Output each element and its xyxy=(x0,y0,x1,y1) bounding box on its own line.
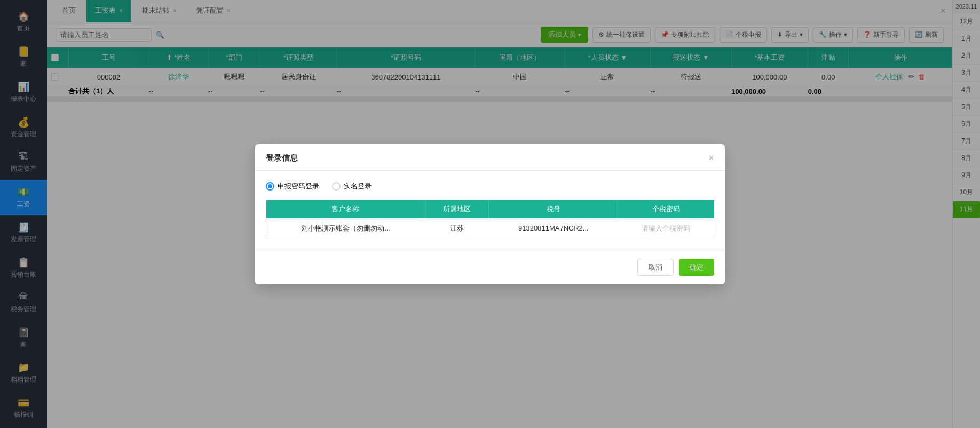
dialog-title: 登录信息 xyxy=(266,153,298,163)
inner-col-tax-id: 税号 xyxy=(489,200,618,218)
dialog-overlay: 登录信息 × 申报密码登录 实名登录 客户名称 所属地区 xyxy=(0,0,980,428)
dialog-body: 申报密码登录 实名登录 客户名称 所属地区 税号 个税密码 xyxy=(255,171,725,250)
login-info-dialog: 登录信息 × 申报密码登录 实名登录 客户名称 所属地区 xyxy=(255,144,725,284)
cell-tax-id: 91320811MA7NGR2... xyxy=(489,218,618,239)
login-info-table: 客户名称 所属地区 税号 个税密码 刘小艳演示账套（勿删勿动... 江苏 913… xyxy=(266,200,714,239)
login-type-radio-group: 申报密码登录 实名登录 xyxy=(266,181,714,191)
radio-password-circle xyxy=(266,182,274,191)
confirm-button[interactable]: 确定 xyxy=(679,259,714,276)
radio-realname-circle xyxy=(332,182,341,191)
inner-col-client-name: 客户名称 xyxy=(266,200,425,218)
radio-password-login[interactable]: 申报密码登录 xyxy=(266,181,319,191)
cell-client-name: 刘小艳演示账套（勿删勿动... xyxy=(266,218,425,239)
radio-realname-login[interactable]: 实名登录 xyxy=(332,181,372,191)
cell-region: 江苏 xyxy=(425,218,489,239)
inner-col-region: 所属地区 xyxy=(425,200,489,218)
login-table-row: 刘小艳演示账套（勿删勿动... 江苏 91320811MA7NGR2... 请输… xyxy=(266,218,714,239)
cancel-button[interactable]: 取消 xyxy=(637,259,674,276)
dialog-footer: 取消 确定 xyxy=(255,250,725,284)
inner-col-password: 个税密码 xyxy=(618,200,714,218)
cell-password-input[interactable]: 请输入个税密码 xyxy=(618,218,714,239)
dialog-header: 登录信息 × xyxy=(255,144,725,171)
dialog-close-button[interactable]: × xyxy=(708,153,714,164)
